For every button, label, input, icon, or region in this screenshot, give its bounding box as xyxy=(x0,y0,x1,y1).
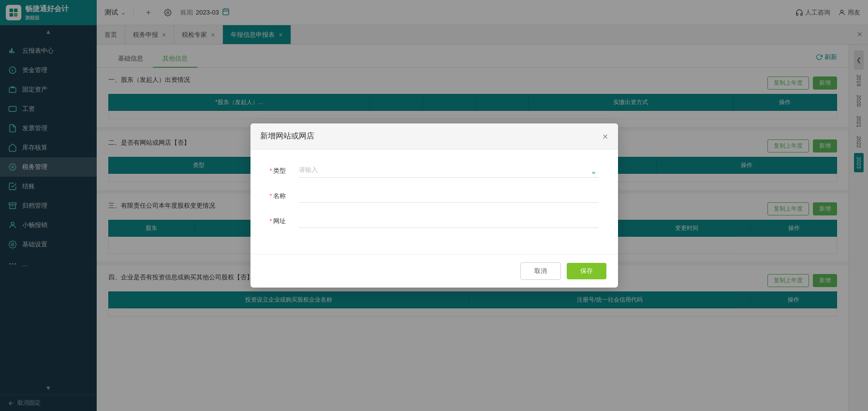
type-input[interactable] xyxy=(299,164,599,175)
modal-close-btn[interactable]: × xyxy=(603,132,608,141)
type-required-mark: * xyxy=(270,167,272,174)
name-input[interactable] xyxy=(299,189,599,200)
modal-overlay: 新增网站或网店 × *类型 ⌄ *名称 xyxy=(0,0,868,411)
type-input-wrapper: ⌄ xyxy=(299,164,599,178)
url-input[interactable] xyxy=(299,214,599,226)
name-label: *名称 xyxy=(270,192,299,200)
cancel-button[interactable]: 取消 xyxy=(520,262,561,280)
type-label: *类型 xyxy=(270,167,299,175)
url-input-wrapper xyxy=(299,214,599,228)
form-row-name: *名称 xyxy=(270,189,599,203)
add-website-modal: 新增网站或网店 × *类型 ⌄ *名称 xyxy=(250,123,618,288)
form-row-type: *类型 ⌄ xyxy=(270,164,599,178)
modal-header: 新增网站或网店 × xyxy=(250,123,618,150)
name-required-mark: * xyxy=(270,192,272,199)
form-row-url: *网址 xyxy=(270,214,599,228)
save-button[interactable]: 保存 xyxy=(567,263,606,279)
modal-footer: 取消 保存 xyxy=(250,254,618,288)
url-required-mark: * xyxy=(270,217,272,225)
modal-title: 新增网站或网店 xyxy=(260,131,314,141)
modal-body: *类型 ⌄ *名称 *网址 xyxy=(250,150,618,254)
name-input-wrapper xyxy=(299,189,599,203)
url-label: *网址 xyxy=(270,217,299,226)
